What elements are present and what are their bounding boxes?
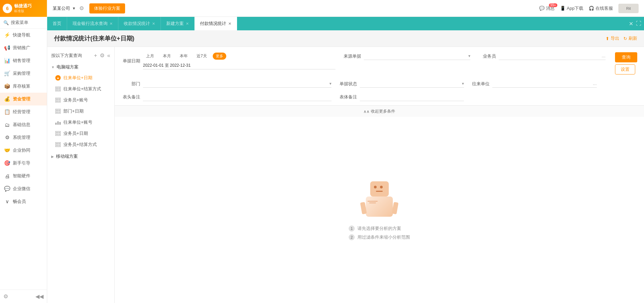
query-btn[interactable]: 查询 xyxy=(615,52,637,62)
tab-receipt[interactable]: 收款情况统计 ✕ xyxy=(118,17,161,30)
sidebar-item-collab[interactable]: 🤝 企业协同 xyxy=(0,144,47,157)
sidebar-item-purchase[interactable]: 🛒 采购管理 xyxy=(0,67,47,80)
collapse-bar[interactable]: ∧∧ 收起更多条件 xyxy=(115,105,644,117)
robot-eye-left xyxy=(374,186,377,188)
scheme-item-label: 往来单位+日期 xyxy=(63,75,92,81)
sidebar-item-hardware[interactable]: 🖨 智能硬件 xyxy=(0,170,47,182)
body-note-input[interactable] xyxy=(360,93,464,101)
tab-bank-close[interactable]: ✕ xyxy=(110,22,113,26)
scheme-group-pc-header[interactable]: ▼ 电脑端方案 xyxy=(47,62,114,72)
status-select[interactable]: ▾ xyxy=(360,80,464,88)
page-title: 付款情况统计(往来单位+日期) xyxy=(54,34,135,42)
logo-sub: 标准版 xyxy=(14,9,32,13)
filter-item-source: 来源单据 ▾ xyxy=(342,52,471,60)
scheme-group-mobile-header[interactable]: ▶ 移动端方案 xyxy=(47,151,114,161)
scheme-item-unit-date[interactable]: ● 往来单位+日期 xyxy=(51,72,113,83)
unit-select[interactable]: … xyxy=(492,80,597,88)
scheme-item-unit-account[interactable]: 往来单位+账号 xyxy=(51,117,113,128)
date-btn-last-month[interactable]: 上月 xyxy=(143,52,157,60)
export-btn[interactable]: ⬆ 导出 xyxy=(606,35,619,41)
company-name: 某某公司 xyxy=(53,5,70,11)
scheme-add-btn[interactable]: + xyxy=(94,53,97,59)
sidebar-item-basic[interactable]: 🗂 基础信息 xyxy=(0,118,47,131)
scheme-settings-btn[interactable]: ⚙ xyxy=(100,52,105,59)
guide-icon: 🎯 xyxy=(4,160,10,166)
status-select-arrow: ▾ xyxy=(462,81,464,86)
service-btn[interactable]: 🎧 在线客服 xyxy=(589,5,613,11)
source-select[interactable]: ▾ xyxy=(364,52,471,60)
sidebar-item-label: 资金管理 xyxy=(13,96,30,102)
tab-new-scheme[interactable]: 新建方案 ✕ xyxy=(161,17,195,30)
message-btn[interactable]: 💬 消息 99+ xyxy=(539,5,555,11)
scheme-item-dept-date[interactable]: 部门+日期 xyxy=(51,106,113,117)
tab-payment[interactable]: 付款情况统计 ✕ xyxy=(195,17,237,30)
tab-new-scheme-close[interactable]: ✕ xyxy=(186,22,189,26)
tab-payment-label: 付款情况统计 xyxy=(200,21,226,27)
tab-home[interactable]: 首页 xyxy=(47,17,67,30)
date-btn-more[interactable]: 更多 xyxy=(213,53,226,60)
scheme-collapse-btn[interactable]: « xyxy=(107,53,110,59)
company-dropdown-icon: ▾ xyxy=(73,6,75,11)
message-badge: 99+ xyxy=(549,3,557,7)
salesman-select[interactable]: … xyxy=(499,52,606,60)
trial-btn[interactable]: 体验行业方案 xyxy=(89,3,125,13)
date-btn-this-month[interactable]: 本月 xyxy=(160,52,174,60)
sidebar-item-marketing[interactable]: 📢 营销推广 xyxy=(0,41,47,54)
tab-new-scheme-label: 新建方案 xyxy=(166,21,184,27)
user-avatar[interactable]: Rit xyxy=(618,4,639,13)
sidebar-collapse-btn[interactable]: ◀◀ xyxy=(35,293,43,300)
scheme-table-icon xyxy=(55,109,61,114)
sidebar-item-weixin[interactable]: 💬 企业微信 xyxy=(0,182,47,195)
sidebar-item-guide[interactable]: 🎯 新手引导 xyxy=(0,157,47,170)
phone-icon: 📱 xyxy=(560,6,565,11)
tab-close-all-icon[interactable]: ✕ xyxy=(629,21,633,27)
tab-expand-icon[interactable]: ⛶ xyxy=(636,21,641,27)
tab-bank[interactable]: 现金银行流水查询 ✕ xyxy=(67,17,118,30)
sidebar-settings-btn[interactable]: ⚙ xyxy=(3,293,8,300)
collapse-label: 收起更多条件 xyxy=(371,109,395,114)
tab-receipt-close[interactable]: ✕ xyxy=(152,22,155,26)
sidebar-item-operation[interactable]: 📋 经营管理 xyxy=(0,105,47,118)
scheme-group-pc: ▼ 电脑端方案 ● 往来单位+日期 xyxy=(47,62,114,150)
filter-settings-btn[interactable]: 设置 xyxy=(615,64,635,74)
sidebar-item-member[interactable]: ∨ 畅会员 xyxy=(0,195,47,208)
export-label: 导出 xyxy=(611,35,619,41)
date-btn-this-year[interactable]: 本年 xyxy=(177,52,191,60)
robot-head xyxy=(370,181,389,196)
app-label: App下载 xyxy=(567,5,583,11)
scheme-item-label: 业务员+账号 xyxy=(63,97,88,103)
tab-payment-close[interactable]: ✕ xyxy=(228,22,231,26)
app-download-btn[interactable]: 📱 App下载 xyxy=(560,5,583,11)
scheme-item-label: 业务员+日期 xyxy=(63,130,88,137)
scheme-item-salesman-account[interactable]: 业务员+账号 xyxy=(51,95,113,105)
scheme-item-label: 往来单位+账号 xyxy=(63,119,92,125)
head-note-input[interactable] xyxy=(143,93,331,101)
salesman-more-icon[interactable]: … xyxy=(602,54,606,58)
sidebar-item-finance[interactable]: 💰 资金管理 xyxy=(0,93,47,105)
sidebar-item-quick-nav[interactable]: ⚡ 快捷导航 xyxy=(0,29,47,41)
purchase-icon: 🛒 xyxy=(4,70,10,77)
tabs-controls: ✕ ⛶ xyxy=(626,21,644,27)
scheme-item-salesman-date[interactable]: 业务员+日期 xyxy=(51,128,113,139)
sidebar-nav: ⚡ 快捷导航 📢 营销推广 📊 销售管理 🛒 采购管理 📦 库存核算 💰 资金管… xyxy=(0,29,47,290)
sidebar-item-sales[interactable]: 📊 销售管理 xyxy=(0,54,47,67)
refresh-btn[interactable]: ↻ 刷新 xyxy=(623,35,637,41)
scheme-table-icon xyxy=(55,98,61,102)
sidebar-item-label: 新手引导 xyxy=(13,160,30,166)
filter-area: 单据日期 上月 本月 本年 近7天 更多 2022-01-01 至 2022-1… xyxy=(115,47,644,303)
sidebar-search[interactable]: 🔍 搜索菜单 xyxy=(0,17,47,29)
dept-select[interactable]: ▾ xyxy=(143,80,331,88)
company-selector[interactable]: 某某公司 ▾ xyxy=(53,5,75,11)
date-btn-7days[interactable]: 近7天 xyxy=(194,52,210,60)
sidebar-item-system[interactable]: ⚙ 系统管理 xyxy=(0,131,47,144)
scheme-item-unit-settle[interactable]: 往来单位+结算方式 xyxy=(51,84,113,94)
sidebar-item-inventory[interactable]: 📦 库存核算 xyxy=(0,80,47,93)
topbar-actions: 💬 消息 99+ 📱 App下载 🎧 在线客服 Rit xyxy=(539,4,639,13)
scheme-item-salesman-settle[interactable]: 业务员+结算方式 xyxy=(51,139,113,150)
refresh-icon: ↻ xyxy=(623,36,627,41)
weixin-icon: 💬 xyxy=(4,186,10,192)
topbar-settings-icon[interactable]: ⚙ xyxy=(79,5,84,11)
sidebar-footer: ⚙ ◀◀ xyxy=(0,290,47,303)
date-range-display[interactable]: 2022-01-01 至 2022-12-31 xyxy=(143,62,335,69)
unit-more-icon[interactable]: … xyxy=(593,81,597,86)
